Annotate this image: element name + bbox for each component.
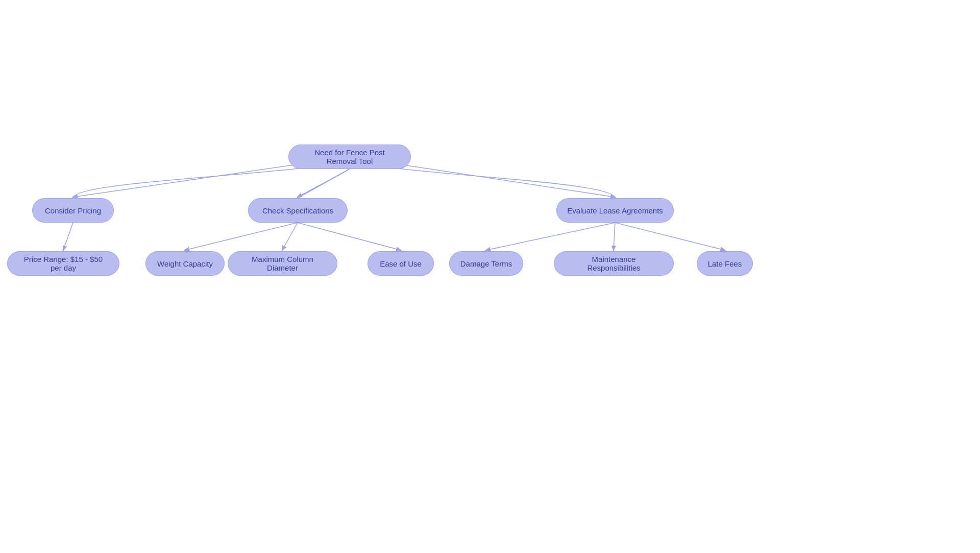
- weight-capacity-label: Weight Capacity: [157, 259, 213, 268]
- root-label: Need for Fence Post Removal Tool: [299, 148, 400, 165]
- diagram-container: Need for Fence Post Removal Tool Conside…: [0, 0, 980, 553]
- evaluate-lease-node: Evaluate Lease Agreements: [556, 198, 674, 223]
- root-node: Need for Fence Post Removal Tool: [288, 145, 411, 169]
- late-fees-node: Late Fees: [697, 251, 753, 276]
- svg-line-10: [615, 223, 725, 250]
- ease-of-use-node: Ease of Use: [368, 251, 434, 276]
- svg-line-9: [614, 223, 615, 250]
- maintenance-responsibilities-node: Maintenance Responsibilities: [554, 251, 674, 276]
- connections-svg: [0, 0, 980, 553]
- damage-terms-label: Damage Terms: [460, 259, 512, 268]
- maintenance-responsibilities-label: Maintenance Responsibilities: [565, 255, 663, 272]
- evaluate-lease-label: Evaluate Lease Agreements: [567, 206, 663, 215]
- weight-capacity-node: Weight Capacity: [145, 251, 225, 276]
- consider-pricing-label: Consider Pricing: [45, 206, 101, 215]
- svg-line-2: [298, 169, 350, 197]
- svg-line-6: [282, 223, 298, 250]
- late-fees-label: Late Fees: [708, 259, 742, 268]
- ease-of-use-label: Ease of Use: [380, 259, 422, 268]
- svg-line-4: [63, 223, 73, 250]
- max-column-diameter-node: Maximum Column Diameter: [228, 251, 337, 276]
- svg-line-7: [298, 223, 401, 250]
- check-specifications-node: Check Specifications: [248, 198, 348, 223]
- price-range-node: Price Range: $15 - $50 per day: [7, 251, 119, 276]
- check-specifications-label: Check Specifications: [262, 206, 333, 215]
- price-range-label: Price Range: $15 - $50 per day: [18, 255, 109, 272]
- max-column-diameter-label: Maximum Column Diameter: [238, 255, 327, 272]
- consider-pricing-node: Consider Pricing: [32, 198, 114, 223]
- damage-terms-node: Damage Terms: [449, 251, 523, 276]
- svg-line-8: [486, 223, 615, 250]
- svg-line-5: [185, 223, 298, 250]
